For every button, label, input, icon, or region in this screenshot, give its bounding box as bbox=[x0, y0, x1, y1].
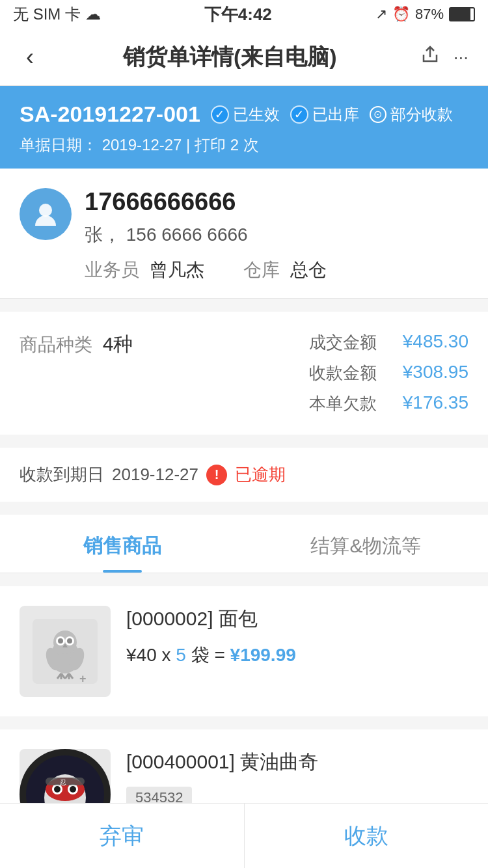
product-total-1: ¥199.99 bbox=[230, 645, 296, 665]
product-info-1: [0000002] 面包 ¥40 x 5 袋 = ¥199.99 bbox=[126, 606, 468, 668]
print-suffix: 次 bbox=[243, 136, 259, 154]
check-icon-1: ✓ bbox=[211, 105, 229, 124]
abandon-review-button[interactable]: 弃审 bbox=[0, 804, 245, 868]
tabs-section: 销售商品 结算&物流等 bbox=[0, 515, 488, 573]
salesman-label: 业务员 bbox=[85, 260, 139, 280]
summary-right: 成交金额 ¥485.30 收款金额 ¥308.95 本单欠款 ¥176.35 bbox=[309, 331, 468, 415]
nav-bar: ‹ 销货单详情(来自电脑) ··· bbox=[0, 29, 488, 86]
order-meta: 单据日期： 2019-12-27 | 打印 2 次 bbox=[20, 135, 468, 156]
summary-left: 商品种类 4种 bbox=[20, 331, 133, 358]
customer-info: 17666666666 张， 156 6666 6666 业务员 曾凡杰 仓库 … bbox=[85, 188, 468, 282]
print-count: 2 bbox=[230, 136, 239, 154]
svg-point-23 bbox=[54, 786, 61, 793]
tab-settlement[interactable]: 结算&物流等 bbox=[244, 515, 488, 573]
tab-sales-products[interactable]: 销售商品 bbox=[0, 515, 244, 573]
status-effective: ✓ 已生效 bbox=[211, 104, 280, 125]
product-equal-1: = bbox=[214, 645, 230, 665]
bottom-bar: 弃审 收款 bbox=[0, 803, 488, 868]
due-section: 收款到期日 2019-12-27 ! 已逾期 bbox=[0, 448, 488, 502]
print-label: | 打印 bbox=[186, 136, 230, 154]
date-label: 单据日期： bbox=[20, 136, 98, 154]
warehouse-label: 仓库 bbox=[243, 260, 280, 280]
collect-payment-button[interactable]: 收款 bbox=[245, 804, 489, 868]
received-row: 收款金额 ¥308.95 bbox=[309, 362, 468, 385]
product-name-1: [0000002] 面包 bbox=[126, 606, 468, 632]
order-date: 2019-12-27 bbox=[102, 136, 182, 154]
product-thumb-1: + bbox=[20, 606, 111, 697]
status-right: ↗ ⏰ 87% bbox=[375, 6, 475, 23]
product-types-label: 商品种类 bbox=[20, 334, 92, 355]
status-bar: 无 SIM 卡 ☁ 下午4:42 ↗ ⏰ 87% bbox=[0, 0, 488, 29]
overdue-icon: ! bbox=[206, 465, 227, 485]
customer-details: 业务员 曾凡杰 仓库 总仓 bbox=[85, 258, 468, 282]
svg-point-7 bbox=[67, 638, 72, 644]
svg-point-6 bbox=[58, 638, 63, 644]
battery-status: 87% bbox=[415, 6, 444, 23]
collect-payment-label: 收款 bbox=[344, 821, 388, 851]
battery-icon bbox=[449, 7, 475, 21]
owed-value: ¥176.35 bbox=[403, 392, 468, 415]
customer-section: 17666666666 张， 156 6666 6666 业务员 曾凡杰 仓库 … bbox=[0, 169, 488, 298]
owed-row: 本单欠款 ¥176.35 bbox=[309, 392, 468, 415]
clock-icon: ⊙ bbox=[370, 106, 386, 123]
status-partial-label: 部分收款 bbox=[390, 104, 453, 125]
due-date-value: 2019-12-27 bbox=[112, 465, 198, 485]
summary-section: 商品种类 4种 成交金额 ¥485.30 收款金额 ¥308.95 本单欠款 ¥… bbox=[0, 312, 488, 435]
tab-sales-products-label: 销售商品 bbox=[83, 535, 161, 556]
share-button[interactable] bbox=[420, 44, 441, 70]
status-partial: ⊙ 部分收款 bbox=[370, 104, 453, 125]
product-price-1: ¥40 x 5 袋 = ¥199.99 bbox=[126, 643, 468, 668]
customer-id: 17666666666 bbox=[85, 188, 468, 216]
deal-amount-value: ¥485.30 bbox=[403, 331, 468, 354]
salesman-value: 曾凡杰 bbox=[150, 260, 204, 280]
customer-name-phone: 张， 156 6666 6666 bbox=[85, 223, 468, 247]
warehouse-value: 总仓 bbox=[290, 260, 327, 280]
product-types-value: 4种 bbox=[103, 333, 133, 355]
product-code-1: [0000002] bbox=[126, 608, 213, 629]
owed-label: 本单欠款 bbox=[309, 392, 377, 415]
received-label: 收款金额 bbox=[309, 362, 377, 385]
product-name-2: [000400001] 黄油曲奇 bbox=[126, 749, 468, 776]
warehouse-field: 仓库 总仓 bbox=[243, 258, 327, 282]
overdue-text: 已逾期 bbox=[235, 463, 286, 486]
sim-status: 无 SIM 卡 ☁ bbox=[13, 4, 101, 25]
svg-text:忍: 忍 bbox=[59, 779, 66, 786]
abandon-review-label: 弃审 bbox=[100, 821, 144, 851]
due-date-label: 收款到期日 bbox=[20, 463, 104, 486]
status-left: 无 SIM 卡 ☁ bbox=[13, 4, 101, 25]
deal-amount-row: 成交金额 ¥485.30 bbox=[309, 331, 468, 354]
customer-phone-num: 156 6666 6666 bbox=[126, 224, 248, 245]
order-header: SA-20191227-001 ✓ 已生效 ✓ 已出库 ⊙ 部分收款 单据日期：… bbox=[0, 86, 488, 169]
received-value: ¥308.95 bbox=[403, 362, 468, 385]
product-unit-1: 袋 bbox=[191, 645, 210, 665]
check-icon-2: ✓ bbox=[290, 105, 308, 124]
location-icon: ↗ bbox=[375, 6, 387, 23]
product-title-2: 黄油曲奇 bbox=[240, 751, 318, 772]
order-number: SA-20191227-001 bbox=[20, 102, 200, 127]
nav-actions: ··· bbox=[420, 44, 468, 70]
order-header-top: SA-20191227-001 ✓ 已生效 ✓ 已出库 ⊙ 部分收款 bbox=[20, 102, 468, 127]
status-shipped: ✓ 已出库 bbox=[290, 104, 359, 125]
salesman-field: 业务员 曾凡杰 bbox=[85, 258, 204, 282]
product-multiply-1: x bbox=[162, 645, 176, 665]
product-title-1: 面包 bbox=[219, 608, 258, 629]
customer-name: 张， bbox=[85, 224, 121, 245]
product-code-2: [000400001] bbox=[126, 751, 235, 772]
product-qty-1: 5 bbox=[176, 645, 186, 665]
status-time: 下午4:42 bbox=[204, 3, 272, 26]
page-title: 销货单详情(来自电脑) bbox=[40, 42, 420, 72]
product-unit-price-1: ¥40 bbox=[126, 645, 157, 665]
alarm-icon: ⏰ bbox=[392, 6, 410, 23]
status-effective-label: 已生效 bbox=[233, 104, 280, 125]
tab-settlement-label: 结算&物流等 bbox=[310, 535, 421, 556]
svg-text:+: + bbox=[79, 672, 87, 684]
status-shipped-label: 已出库 bbox=[312, 104, 359, 125]
back-button[interactable]: ‹ bbox=[20, 37, 40, 77]
divider-1 bbox=[0, 298, 488, 299]
more-button[interactable]: ··· bbox=[454, 47, 468, 68]
table-row: + [0000002] 面包 ¥40 x 5 袋 = ¥199.99 bbox=[0, 586, 488, 716]
svg-point-24 bbox=[70, 786, 76, 793]
deal-amount-label: 成交金额 bbox=[309, 331, 377, 354]
svg-point-0 bbox=[39, 204, 52, 217]
customer-avatar bbox=[20, 188, 72, 240]
